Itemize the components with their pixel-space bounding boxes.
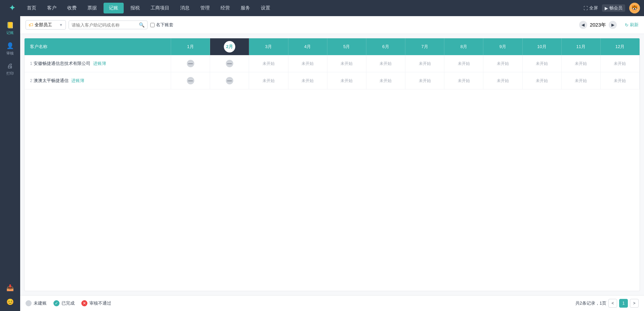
search-input[interactable] [69,21,136,29]
sidebar-item-audit[interactable]: 👤 审核 [1,39,19,59]
month-cell-5: 未开始 [327,72,366,89]
nav-home[interactable]: 首页 [22,0,42,16]
month-cell-10: 未开始 [522,55,561,72]
nav-business[interactable]: 工商项目 [145,0,175,16]
row-index: 2 [30,78,32,83]
month-cell-7: 未开始 [405,55,444,72]
table-row: 2澳澳太平畅捷通信进账簿——未开始未开始未开始未开始未开始未开始未开始未开始未开… [25,72,640,89]
next-page-button[interactable]: > [630,299,639,308]
nav-invoice[interactable]: 票据 [82,0,102,16]
sidebar-item-print[interactable]: 🖨 打印 [1,60,19,79]
status-dash: — [226,77,233,84]
nav-customer[interactable]: 客户 [42,0,62,16]
month-cell-8: 未开始 [444,72,483,89]
legend-teal-dot: ✓ [53,300,59,306]
prev-year-button[interactable]: ◀ [579,21,587,29]
nav-settings[interactable]: 设置 [255,0,276,16]
sidebar-label-accounting: 记账 [6,30,14,35]
month-cell-3: 未开始 [249,72,288,89]
next-year-button[interactable]: ▶ [609,21,617,29]
sidebar-item-accounting[interactable]: 📒 记账 [1,19,19,38]
nav-operation[interactable]: 经营 [215,0,235,16]
table-row: 1安徽畅捷通信息技术有限公司进账簿——未开始未开始未开始未开始未开始未开始未开始… [25,55,640,72]
client-name-cell: 2澳澳太平畅捷通信进账簿 [25,72,171,89]
year-label: 2023年 [590,22,606,28]
table-container: 客户名称 1月 2月 3月 4月 5月 6月 7月 8月 9月 [24,38,640,291]
member-icon: ▶ [605,6,608,11]
audit-icon: 👤 [6,42,14,49]
row-index: 1 [30,61,32,66]
nav-tax[interactable]: 报税 [125,0,145,16]
status-not-started: 未开始 [379,78,392,83]
month-cell-4: 未开始 [288,72,327,89]
status-not-started: 未开始 [340,61,353,66]
checkbox-text: 名下账套 [156,22,173,28]
status-not-started: 未开始 [458,78,470,83]
status-not-started: 未开始 [419,78,431,83]
month-cell-2: — [210,72,249,89]
th-nov: 11月 [561,38,600,55]
employee-select[interactable]: 🏷 全部员工 ▼ [26,20,66,30]
nav-fee[interactable]: 收费 [62,0,82,16]
status-not-started: 未开始 [263,78,275,83]
status-not-started: 未开始 [536,61,548,66]
nav-right-area: ⛶ 全屏 ▶ 畅会员 🐯 [583,3,644,13]
enter-ledger-link[interactable]: 进账簿 [93,61,106,66]
sidebar-item-support[interactable]: 😊 [1,296,19,308]
support-icon: 😊 [6,298,14,306]
nav-manage[interactable]: 管理 [195,0,215,16]
page-1-button[interactable]: 1 [619,299,628,308]
month-cell-2: — [210,55,249,72]
fullscreen-icon: ⛶ [583,6,588,11]
legend-not-built-label: 未建账 [34,300,47,306]
th-sep: 9月 [483,38,522,55]
total-records: 共2条记录，1页 [575,300,606,306]
nav-service[interactable]: 服务 [235,0,255,16]
chevron-down-icon: ▼ [59,23,63,27]
th-feb: 2月 [210,38,249,55]
status-not-started: 未开始 [614,61,626,66]
sidebar-item-download[interactable]: 📥 [1,281,19,294]
refresh-button[interactable]: ↻ 刷新 [625,22,639,28]
nav-accounting[interactable]: 记账 [104,3,124,13]
download-icon: 📥 [6,284,14,291]
sidebar-label-audit: 审核 [6,51,14,56]
status-not-started: 未开始 [575,78,587,83]
search-button[interactable]: 🔍 [136,21,147,29]
status-not-started: 未开始 [419,61,431,66]
member-button[interactable]: ▶ 畅会员 [602,4,625,12]
refresh-icon: ↻ [625,23,629,28]
month-cell-11: 未开始 [561,72,600,89]
pagination: 共2条记录，1页 < 1 > [575,299,639,308]
th-mar: 3月 [249,38,288,55]
avatar[interactable]: 🐯 [629,3,640,13]
legend-gray-dot [26,300,32,306]
sidebar: 📒 记账 👤 审核 🖨 打印 📥 😊 [0,16,20,311]
legend-rejected: ✕ 审核不通过 [81,300,111,306]
status-not-started: 未开始 [263,61,275,66]
fullscreen-button[interactable]: ⛶ 全屏 [583,5,598,11]
nav-message[interactable]: 消息 [175,0,195,16]
th-jun: 6月 [366,38,405,55]
enter-ledger-link[interactable]: 进账簿 [71,78,84,83]
th-may: 5月 [327,38,366,55]
legend-rejected-label: 审核不通过 [89,300,111,306]
top-navigation: ✦ 首页 客户 收费 票据 记账 报税 工商项目 消息 管理 经营 服务 设置 … [0,0,644,16]
prev-page-button[interactable]: < [608,299,617,308]
month-cell-12: 未开始 [600,72,639,89]
accounting-table: 客户名称 1月 2月 3月 4月 5月 6月 7月 8月 9月 [25,38,640,89]
member-label: 畅会员 [609,5,622,11]
month-cell-3: 未开始 [249,55,288,72]
month-cell-8: 未开始 [444,55,483,72]
underaccounts-checkbox[interactable] [150,23,155,27]
refresh-label: 刷新 [630,22,639,28]
footer: 未建账 ✓ 已完成 ✕ 审核不通过 共2条记录，1页 < 1 > [20,295,644,311]
th-apr: 4月 [288,38,327,55]
status-dash: — [187,77,194,84]
month-cell-10: 未开始 [522,72,561,89]
employee-select-icon: 🏷 [29,22,33,28]
checkbox-label[interactable]: 名下账套 [150,22,173,28]
month-cell-1: — [171,72,210,89]
accounting-icon: 📒 [6,22,14,29]
th-jul: 7月 [405,38,444,55]
